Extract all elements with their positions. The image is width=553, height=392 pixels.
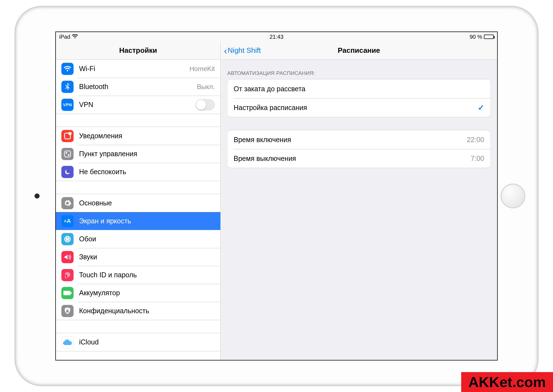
row-label: Время выключения (234, 155, 296, 163)
sidebar-item-icloud[interactable]: iCloud (56, 333, 220, 351)
option-sunset-to-sunrise[interactable]: От заката до рассвета (228, 79, 490, 98)
svg-rect-8 (71, 292, 72, 294)
sidebar-item-label: Основные (79, 199, 215, 207)
moon-icon (61, 166, 74, 178)
sidebar-item-control-center[interactable]: Пункт управления (56, 145, 220, 163)
sidebar-item-label: VPN (79, 101, 195, 109)
sidebar-item-label: Wi-Fi (79, 65, 189, 73)
privacy-icon (61, 305, 74, 317)
status-battery-text: 90 % (469, 34, 482, 40)
row-value: 7:00 (471, 155, 484, 163)
back-label: Night Shift (228, 46, 261, 55)
row-turn-on-time[interactable]: Время включения 22:00 (228, 130, 490, 149)
status-bar: iPad 21:43 90 % (56, 32, 497, 41)
sidebar-navbar: Настройки (56, 41, 220, 60)
watermark: AKKet.com (461, 372, 553, 392)
battery-icon (484, 35, 494, 39)
schedule-times-group: Время включения 22:00 Время выключения 7… (227, 130, 491, 168)
sidebar-item-label: Конфиденциальность (79, 307, 215, 315)
sidebar-item-value: HomeKit (189, 65, 215, 73)
sidebar-item-label: Уведомления (79, 132, 215, 140)
svg-rect-0 (64, 151, 71, 157)
detail-pane: ‹ Night Shift Расписание АВТОМАТИЗАЦИЯ Р… (221, 41, 497, 360)
sidebar-item-label: Звуки (79, 253, 215, 261)
sidebar-item-wallpaper[interactable]: Обои (56, 230, 220, 248)
schedule-mode-group: От заката до рассвета Настройка расписан… (227, 79, 491, 117)
wifi-icon (72, 34, 78, 40)
wifi-icon (61, 63, 74, 75)
ipad-device-frame: iPad 21:43 90 % Настройки (17, 8, 536, 384)
svg-point-4 (67, 238, 69, 240)
screen: iPad 21:43 90 % Настройки (55, 32, 498, 360)
camera-dot (35, 194, 40, 198)
battery-icon (61, 287, 74, 299)
checkmark-icon: ✓ (478, 103, 484, 112)
row-value: 22:00 (467, 136, 484, 144)
notifications-icon (61, 130, 74, 142)
sidebar-item-label: Bluetooth (79, 83, 197, 91)
option-label: Настройка расписания (234, 104, 307, 112)
detail-navbar: ‹ Night Shift Расписание (221, 41, 497, 60)
gear-icon (61, 197, 74, 209)
sidebar-item-privacy[interactable]: Конфиденциальность (56, 302, 220, 320)
sidebar-item-general[interactable]: Основные (56, 194, 220, 212)
status-time: 21:43 (270, 34, 283, 40)
chevron-left-icon: ‹ (224, 46, 227, 55)
detail-title: Расписание (338, 46, 380, 55)
option-custom-schedule[interactable]: Настройка расписания ✓ (228, 98, 490, 117)
sidebar-group-icloud: iCloud (56, 333, 220, 351)
sidebar-title: Настройки (119, 46, 157, 55)
sidebar-item-wifi[interactable]: Wi-Fi HomeKit (56, 60, 220, 78)
back-button[interactable]: ‹ Night Shift (221, 46, 261, 55)
sidebar-item-bluetooth[interactable]: Bluetooth Выкл. (56, 78, 220, 96)
sounds-icon (61, 251, 74, 263)
sidebar-group-connectivity: Wi-Fi HomeKit Bluetooth Выкл. VPN (56, 60, 220, 114)
sidebar-group-general: Основные AA Экран и яркость (56, 194, 220, 320)
sidebar-item-display[interactable]: AA Экран и яркость (56, 212, 220, 230)
sidebar-item-sounds[interactable]: Звуки (56, 248, 220, 266)
display-icon: AA (61, 215, 74, 227)
control-center-icon (61, 148, 74, 160)
home-button[interactable] (500, 184, 525, 208)
bluetooth-icon (61, 81, 74, 93)
svg-rect-7 (63, 291, 71, 295)
row-turn-off-time[interactable]: Время выключения 7:00 (228, 149, 490, 168)
sidebar-item-label: Обои (79, 235, 215, 243)
sidebar-item-value: Выкл. (197, 83, 215, 91)
svg-point-1 (66, 152, 67, 154)
status-device-label: iPad (59, 34, 70, 40)
sidebar-item-vpn[interactable]: VPN VPN (56, 96, 220, 114)
option-label: От заката до рассвета (234, 85, 305, 93)
sidebar-item-notifications[interactable]: Уведомления (56, 127, 220, 145)
sidebar-item-label: Не беспокоить (79, 168, 215, 176)
sidebar-item-label: Экран и яркость (79, 217, 215, 225)
vpn-toggle[interactable] (195, 99, 215, 110)
sidebar-item-label: Аккумулятор (79, 289, 215, 297)
sidebar-item-touchid[interactable]: Touch ID и пароль (56, 266, 220, 284)
sidebar-item-dnd[interactable]: Не беспокоить (56, 163, 220, 181)
settings-sidebar: Настройки Wi-Fi HomeKit (56, 41, 221, 360)
section-header-automation: АВТОМАТИЗАЦИЯ РАСПИСАНИЯ: (221, 60, 497, 79)
wallpaper-icon (61, 233, 74, 245)
sidebar-item-label: Touch ID и пароль (79, 271, 215, 279)
sidebar-item-label: iCloud (79, 338, 215, 346)
sidebar-group-alerts: Уведомления Пункт управления (56, 127, 220, 181)
icloud-icon (61, 336, 74, 348)
row-label: Время включения (234, 136, 291, 144)
sidebar-item-battery[interactable]: Аккумулятор (56, 284, 220, 302)
fingerprint-icon (61, 269, 74, 281)
vpn-icon: VPN (61, 99, 74, 111)
svg-point-2 (68, 154, 69, 156)
sidebar-item-label: Пункт управления (79, 150, 215, 158)
sidebar-list[interactable]: Wi-Fi HomeKit Bluetooth Выкл. VPN (56, 60, 220, 360)
